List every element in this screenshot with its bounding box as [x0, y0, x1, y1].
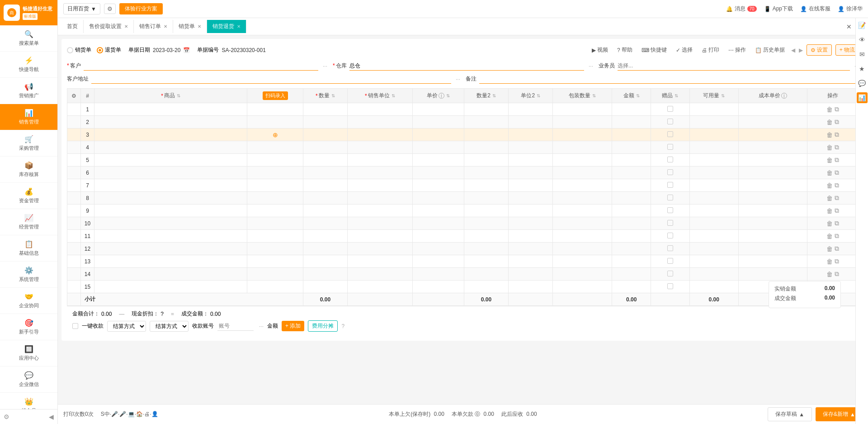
row-price-8[interactable]	[412, 192, 464, 205]
th-unit-price[interactable]: 单价 i ⇅	[412, 89, 464, 103]
row-gift-11[interactable]	[651, 230, 690, 243]
row-pack-3[interactable]	[553, 129, 612, 141]
row-unit2-4[interactable]	[509, 141, 553, 154]
row-qty2-6[interactable]	[464, 167, 508, 179]
th-unit2[interactable]: 单位2 ⇅	[509, 89, 553, 103]
row-sales-unit-13[interactable]	[348, 255, 413, 268]
row-amount-10[interactable]	[612, 217, 651, 230]
gift-checkbox-9[interactable]	[667, 207, 673, 213]
row-qty-13[interactable]	[303, 255, 347, 268]
row-product-5[interactable]	[94, 154, 247, 167]
row-qty2-1[interactable]	[464, 103, 508, 116]
row-qty2-15[interactable]	[464, 281, 508, 293]
one-click-checkbox[interactable]	[72, 323, 78, 329]
tab-close-3[interactable]: ✕	[198, 24, 201, 29]
row-cost-8[interactable]	[738, 192, 807, 205]
copy-btn-12[interactable]: ⧉	[835, 245, 839, 252]
row-amount-13[interactable]	[612, 255, 651, 268]
row-sales-unit-1[interactable]	[348, 103, 413, 116]
row-available-6[interactable]	[689, 167, 738, 179]
customer-dots[interactable]: ···	[323, 63, 327, 69]
active-panel-btn[interactable]: 📊	[857, 92, 868, 103]
delete-btn-4[interactable]: 🗑	[826, 143, 833, 151]
row-amount-9[interactable]	[612, 205, 651, 217]
row-pack-15[interactable]	[553, 281, 612, 293]
row-product-1[interactable]	[94, 103, 247, 116]
calendar-icon[interactable]: 📅	[183, 47, 190, 53]
row-sales-unit-8[interactable]	[348, 192, 413, 205]
row-sales-unit-4[interactable]	[348, 141, 413, 154]
row-gift-10[interactable]	[651, 217, 690, 230]
row-amount-6[interactable]	[612, 167, 651, 179]
row-amount-5[interactable]	[612, 154, 651, 167]
row-product-13[interactable]	[94, 255, 247, 268]
copy-btn-11[interactable]: ⧉	[835, 232, 839, 240]
row-unit2-3[interactable]	[509, 129, 553, 141]
gift-checkbox-3[interactable]	[667, 131, 673, 137]
row-gift-1[interactable]	[651, 103, 690, 116]
row-price-9[interactable]	[412, 205, 464, 217]
row-available-12[interactable]	[689, 243, 738, 255]
row-unit2-1[interactable]	[509, 103, 553, 116]
delete-btn-5[interactable]: 🗑	[826, 156, 833, 164]
address-input[interactable]	[91, 74, 451, 84]
row-product-3[interactable]	[94, 129, 247, 141]
row-cost-2[interactable]	[738, 116, 807, 129]
row-price-4[interactable]	[412, 141, 464, 154]
mail-panel-btn[interactable]: ✉	[857, 49, 868, 60]
row-qty2-10[interactable]	[464, 217, 508, 230]
sidebar-item-9[interactable]: ⚙️系统管理	[0, 262, 57, 288]
th-settings[interactable]: ⚙	[67, 89, 81, 103]
row-qty2-8[interactable]	[464, 192, 508, 205]
row-pack-11[interactable]	[553, 230, 612, 243]
row-unit2-6[interactable]	[509, 167, 553, 179]
row-gift-4[interactable]	[651, 141, 690, 154]
th-qty[interactable]: * 数量 ⇅	[303, 89, 347, 103]
row-cost-6[interactable]	[738, 167, 807, 179]
row-unit2-11[interactable]	[509, 230, 553, 243]
salesperson-input[interactable]	[618, 61, 850, 71]
product-input-active[interactable]	[96, 131, 245, 138]
row-cost-12[interactable]	[738, 243, 807, 255]
row-available-11[interactable]	[689, 230, 738, 243]
row-pack-8[interactable]	[553, 192, 612, 205]
row-qty-3[interactable]	[303, 129, 347, 141]
th-available[interactable]: 可用量 ⇅	[689, 89, 738, 103]
tab-1[interactable]: 售价提取设置✕	[84, 20, 134, 33]
tab-minimize-button[interactable]: ✕	[844, 22, 854, 31]
collapse-icon[interactable]: ◀	[49, 413, 54, 420]
tab-2[interactable]: 销售订单✕	[134, 20, 173, 33]
gift-checkbox-14[interactable]	[667, 271, 673, 276]
delete-btn-11[interactable]: 🗑	[826, 232, 833, 240]
row-sales-unit-7[interactable]	[348, 179, 413, 192]
warehouse-dots[interactable]: ···	[589, 63, 593, 69]
row-sales-unit-6[interactable]	[348, 167, 413, 179]
row-pack-12[interactable]	[553, 243, 612, 255]
tab-close-2[interactable]: ✕	[164, 24, 167, 29]
row-amount-2[interactable]	[612, 116, 651, 129]
row-pack-14[interactable]	[553, 268, 612, 281]
delete-btn-13[interactable]: 🗑	[826, 257, 833, 265]
row-qty2-4[interactable]	[464, 141, 508, 154]
row-qty-8[interactable]	[303, 192, 347, 205]
gift-checkbox-1[interactable]	[667, 106, 673, 112]
delete-btn-14[interactable]: 🗑	[826, 270, 833, 278]
row-amount-11[interactable]	[612, 230, 651, 243]
star-panel-btn[interactable]: ★	[857, 63, 868, 74]
row-qty-15[interactable]	[303, 281, 347, 293]
th-scan[interactable]: 扫码录入	[247, 89, 303, 103]
sidebar-item-3[interactable]: 📊销售管理	[0, 104, 57, 130]
video-button[interactable]: ▶ 视频	[589, 45, 611, 55]
copy-btn-2[interactable]: ⧉	[835, 118, 839, 126]
header-settings-button[interactable]: ⚙	[104, 4, 116, 14]
return-radio[interactable]: 退货单	[97, 46, 121, 54]
row-qty2-3[interactable]	[464, 129, 508, 141]
warehouse-input[interactable]	[349, 61, 584, 71]
operation-button[interactable]: ⋯ 操作	[726, 45, 749, 55]
row-available-10[interactable]	[689, 217, 738, 230]
row-sales-unit-11[interactable]	[348, 230, 413, 243]
gift-checkbox-13[interactable]	[667, 258, 673, 264]
row-qty-9[interactable]	[303, 205, 347, 217]
gift-checkbox-6[interactable]	[667, 169, 673, 175]
row-available-8[interactable]	[689, 192, 738, 205]
